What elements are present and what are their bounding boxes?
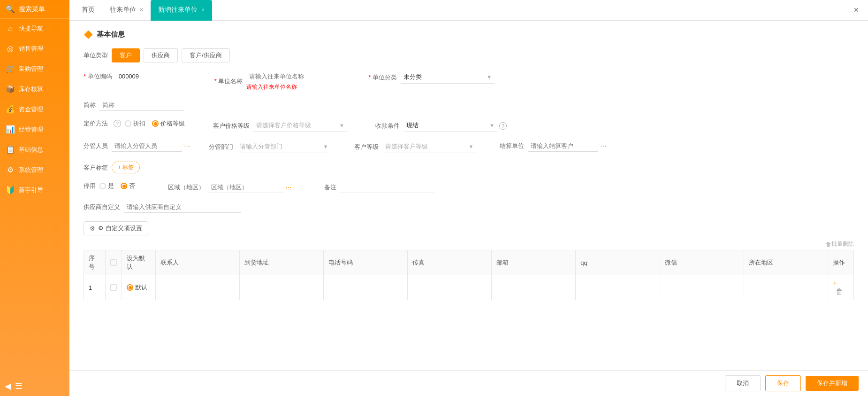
radio-no[interactable]: 否 bbox=[121, 182, 135, 190]
pricing-help-icon[interactable]: ? bbox=[114, 120, 121, 127]
unit-name-input[interactable] bbox=[246, 71, 340, 82]
payment-terms-select[interactable]: 现结 ▼ bbox=[404, 119, 497, 132]
cell-address[interactable] bbox=[239, 275, 323, 300]
radio-price-level[interactable]: 价格等级 bbox=[152, 119, 185, 128]
batch-delete-icon: 🗑 bbox=[826, 241, 831, 248]
table-add-row-btn[interactable]: + bbox=[833, 279, 837, 287]
col-checkbox bbox=[106, 250, 122, 275]
sidebar-item-label: 经营管理 bbox=[19, 125, 43, 134]
inventory-icon: 📦 bbox=[6, 85, 15, 93]
short-name-row: 简称 bbox=[84, 100, 854, 111]
cell-qq[interactable] bbox=[576, 275, 660, 300]
cell-email[interactable] bbox=[492, 275, 576, 300]
customer-price-level-select[interactable]: 请选择客户价格等级 ▼ bbox=[253, 119, 347, 132]
row-checkbox[interactable] bbox=[110, 284, 117, 291]
radio-default[interactable]: 默认 bbox=[127, 283, 151, 292]
radio-price-level-circle bbox=[152, 120, 159, 127]
tab-partners[interactable]: 往来单位 × bbox=[102, 0, 151, 21]
sidebar-item-operations[interactable]: 📊 经营管理 bbox=[0, 119, 69, 140]
form-content: 🔶 基本信息 单位类型 客户 供应商 客户/供应商 单位编码 单位名称 bbox=[69, 21, 868, 370]
region-input[interactable] bbox=[208, 182, 283, 193]
customer-price-level-group: 客户价格等级 请选择客户价格等级 ▼ bbox=[213, 119, 347, 132]
payment-terms-label: 收款条件 bbox=[375, 122, 400, 130]
table-del-row-btn[interactable]: 🗑 bbox=[836, 287, 843, 295]
save-button[interactable]: 保存 bbox=[765, 375, 801, 391]
sidebar-item-system[interactable]: ⚙ 系统管理 bbox=[0, 160, 69, 180]
customer-price-level-chevron: ▼ bbox=[339, 123, 344, 128]
add-tag-btn[interactable]: + 标签 bbox=[112, 162, 140, 173]
col-index: 序号 bbox=[84, 250, 106, 275]
cell-contact[interactable] bbox=[155, 275, 239, 300]
sidebar-item-guide[interactable]: 🔰 新手引导 bbox=[0, 180, 69, 200]
unit-btn-both[interactable]: 客户/供应商 bbox=[182, 48, 230, 62]
tab-new-partner[interactable]: 新增往来单位 × bbox=[151, 0, 212, 21]
cell-wechat[interactable] bbox=[660, 275, 744, 300]
sidebar-item-quick-nav[interactable]: ⌂ 快捷导航 bbox=[0, 19, 69, 39]
unit-btn-supplier[interactable]: 供应商 bbox=[144, 48, 178, 62]
qq-input[interactable] bbox=[580, 284, 655, 291]
settlement-unit-label: 结算单位 bbox=[500, 142, 524, 150]
pricing-method-group: 定价方法 ? 折扣 价格等级 bbox=[84, 119, 185, 128]
manager-input[interactable] bbox=[112, 140, 182, 152]
supplier-custom-input[interactable] bbox=[124, 202, 241, 213]
sidebar-item-purchase[interactable]: 🛒 采购管理 bbox=[0, 59, 69, 79]
tab-home[interactable]: 首页 bbox=[74, 0, 102, 21]
tab-new-partner-close[interactable]: × bbox=[201, 7, 205, 13]
sidebar-item-label: 快捷导航 bbox=[19, 24, 43, 33]
guide-icon: 🔰 bbox=[6, 186, 15, 194]
unit-btn-customer[interactable]: 客户 bbox=[112, 48, 140, 62]
note-input[interactable] bbox=[340, 182, 434, 193]
sidebar-expand-btn[interactable]: ☰ bbox=[15, 381, 23, 391]
unit-category-select[interactable]: 未分类 ▼ bbox=[401, 71, 495, 84]
customer-level-select[interactable]: 请选择客户等级 ▼ bbox=[382, 140, 476, 153]
section-basic-info: 🔶 基本信息 bbox=[84, 30, 854, 39]
department-select[interactable]: 请输入分管部门 ▼ bbox=[237, 140, 331, 153]
note-group: 备注 bbox=[324, 182, 434, 193]
manager-more-btn[interactable]: ··· bbox=[184, 142, 190, 150]
sidebar-search[interactable]: 🔍 搜索菜单 bbox=[0, 0, 69, 19]
phone-input[interactable] bbox=[328, 284, 403, 291]
unit-type-label: 单位类型 bbox=[84, 51, 108, 60]
settlement-unit-group: 结算单位 ··· bbox=[500, 140, 606, 152]
cell-index: 1 bbox=[84, 275, 106, 300]
fax-input[interactable] bbox=[412, 284, 487, 291]
sidebar-item-basic[interactable]: 📋 基础信息 bbox=[0, 140, 69, 160]
tab-partners-close[interactable]: × bbox=[140, 7, 143, 13]
cell-region[interactable] bbox=[744, 275, 828, 300]
batch-delete-btn[interactable]: 🗑 批量删除 bbox=[84, 240, 854, 248]
settlement-unit-input[interactable] bbox=[528, 140, 598, 152]
col-qq: qq bbox=[576, 250, 660, 275]
radio-price-level-label: 价格等级 bbox=[160, 119, 185, 128]
sidebar-item-label: 基础信息 bbox=[19, 146, 43, 154]
select-all-checkbox[interactable] bbox=[110, 259, 117, 266]
sidebar-item-sales[interactable]: ◎ 销售管理 bbox=[0, 39, 69, 59]
wechat-input[interactable] bbox=[665, 284, 739, 291]
cell-phone[interactable] bbox=[323, 275, 407, 300]
region-more-btn[interactable]: ··· bbox=[285, 183, 291, 192]
manager-label: 分管人员 bbox=[84, 142, 108, 150]
contact-input[interactable] bbox=[160, 284, 235, 291]
settlement-unit-more-btn[interactable]: ··· bbox=[600, 142, 606, 150]
radio-discount[interactable]: 折扣 bbox=[125, 119, 145, 128]
custom-settings-btn[interactable]: ⚙ ⚙ 自定义项设置 bbox=[84, 221, 148, 235]
pricing-row: 定价方法 ? 折扣 价格等级 客户价格等级 请选择客户价格等级 bbox=[84, 119, 854, 132]
unit-code-input[interactable] bbox=[116, 71, 200, 82]
unit-type-buttons: 客户 供应商 客户/供应商 bbox=[112, 48, 230, 62]
sidebar-collapse-btn[interactable]: ◀ bbox=[5, 381, 11, 391]
sidebar-item-finance[interactable]: 💰 资金管理 bbox=[0, 99, 69, 119]
short-name-input[interactable] bbox=[99, 100, 184, 111]
payment-terms-help-icon[interactable]: ? bbox=[499, 122, 507, 130]
cell-fax[interactable] bbox=[408, 275, 492, 300]
region-group: 区域（地区） ··· bbox=[168, 182, 291, 193]
cancel-button[interactable]: 取消 bbox=[725, 375, 761, 391]
section-icon: 🔶 bbox=[84, 30, 93, 39]
sidebar-item-inventory[interactable]: 📦 库存核算 bbox=[0, 79, 69, 99]
email-input[interactable] bbox=[496, 284, 571, 291]
window-close-btn[interactable]: × bbox=[849, 5, 863, 15]
region-input2[interactable] bbox=[749, 284, 823, 291]
radio-yes[interactable]: 是 bbox=[99, 182, 114, 190]
pricing-method-radios: 折扣 价格等级 bbox=[125, 119, 185, 128]
radio-discount-circle bbox=[125, 120, 131, 127]
address-input[interactable] bbox=[244, 284, 319, 291]
save-and-new-button[interactable]: 保存并新增 bbox=[806, 376, 859, 391]
